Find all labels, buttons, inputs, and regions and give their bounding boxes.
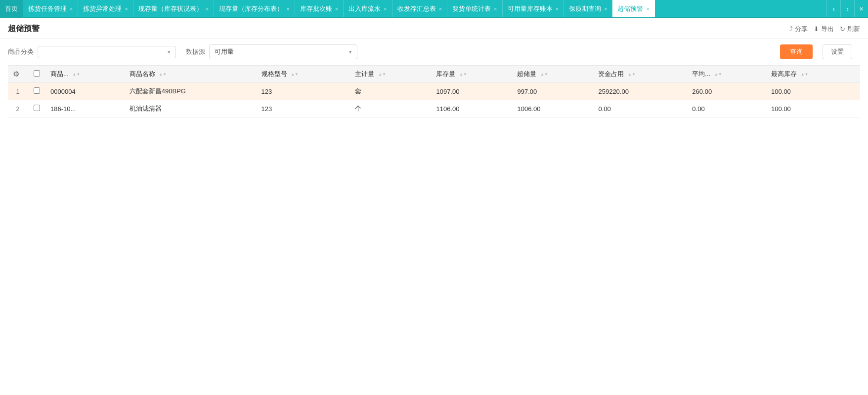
- nav-item-task-close[interactable]: ×: [70, 6, 73, 12]
- sort-avg-icon: ▲▼: [714, 73, 722, 77]
- col-header-product-name[interactable]: 商品名称 ▲▼: [125, 66, 257, 83]
- col-header-inventory-label: 库存量: [436, 70, 455, 78]
- nav-item-exception[interactable]: 拣货异常处理 ×: [78, 0, 133, 17]
- datasource-chevron-icon: ▾: [349, 49, 352, 55]
- datasource-label: 数据源: [186, 47, 205, 56]
- datasource-filter: 数据源 可用量 ▾: [186, 44, 357, 59]
- category-select[interactable]: ▾: [38, 46, 176, 58]
- row-capital-1: 0.00: [593, 100, 687, 118]
- gear-icon[interactable]: ⚙: [13, 70, 19, 78]
- sort-max-inventory-icon: ▲▼: [801, 73, 809, 77]
- nav-next-arrow[interactable]: ›: [840, 0, 854, 17]
- row-check-0[interactable]: [34, 87, 40, 94]
- row-max-inventory-1: 100.00: [766, 100, 860, 118]
- nav-item-flow-label: 出入库流水: [348, 4, 381, 13]
- col-header-overstock-label: 超储量: [517, 70, 536, 78]
- nav-item-batch[interactable]: 库存批次账 ×: [295, 0, 344, 17]
- refresh-label: 刷新: [847, 25, 860, 34]
- refresh-button[interactable]: ↻ 刷新: [840, 25, 860, 34]
- sort-product-name-icon: ▲▼: [159, 73, 167, 77]
- nav-item-task-label: 拣货任务管理: [28, 4, 67, 13]
- col-header-avg[interactable]: 平均... ▲▼: [687, 66, 766, 83]
- row-spec-0: 123: [257, 83, 350, 100]
- col-header-product-name-label: 商品名称: [130, 70, 155, 78]
- row-capital-0: 259220.00: [593, 83, 687, 100]
- col-header-product-code[interactable]: 商品... ▲▼: [45, 66, 125, 83]
- col-header-unit-label: 主计量: [355, 70, 374, 78]
- sort-product-code-icon: ▲▼: [72, 73, 80, 77]
- col-header-unit[interactable]: 主计量 ▲▼: [350, 66, 431, 83]
- nav-item-expiry-close[interactable]: ×: [604, 6, 607, 12]
- col-header-checkbox: [28, 66, 45, 83]
- nav-item-exception-close[interactable]: ×: [125, 6, 128, 12]
- row-check-1[interactable]: [34, 105, 40, 111]
- nav-item-summary[interactable]: 收发存汇总表 ×: [392, 0, 447, 17]
- settings-button[interactable]: 设置: [823, 44, 852, 59]
- nav-item-home[interactable]: 首页: [0, 0, 23, 17]
- data-table: ⚙ 商品... ▲▼ 商品名称 ▲▼ 规格型号 ▲▼: [8, 65, 860, 118]
- top-nav: 首页 拣货任务管理 × 拣货异常处理 × 现存量（库存状况表） × 现存量（库存…: [0, 0, 868, 18]
- nav-item-demand[interactable]: 要货单统计表 ×: [447, 0, 502, 17]
- nav-item-task[interactable]: 拣货任务管理 ×: [23, 0, 78, 17]
- nav-item-expiry-label: 保质期查询: [569, 4, 601, 13]
- nav-prev-arrow[interactable]: ‹: [826, 0, 840, 17]
- nav-item-overstock[interactable]: 超储预警 ×: [612, 0, 654, 17]
- nav-item-flow-close[interactable]: ×: [384, 6, 387, 12]
- nav-item-available[interactable]: 可用量库存账本 ×: [503, 0, 564, 17]
- row-avg-0: 260.00: [687, 83, 766, 100]
- nav-item-exception-label: 拣货异常处理: [83, 4, 122, 13]
- nav-item-flow[interactable]: 出入库流水 ×: [344, 0, 392, 17]
- row-checkbox-1[interactable]: [28, 100, 45, 118]
- nav-item-inventory-status[interactable]: 现存量（库存状况表） ×: [133, 0, 214, 17]
- category-label: 商品分类: [8, 47, 34, 56]
- page-content: 超储预警 ⤴ 分享 ⬇ 导出 ↻ 刷新 商品分类 ▾ 数据源: [0, 18, 868, 395]
- row-avg-1: 0.00: [687, 100, 766, 118]
- nav-item-batch-close[interactable]: ×: [335, 6, 338, 12]
- sort-unit-icon: ▲▼: [378, 73, 386, 77]
- nav-item-summary-label: 收发存汇总表: [397, 4, 436, 13]
- nav-item-inventory-dist-close[interactable]: ×: [286, 6, 289, 12]
- export-button[interactable]: ⬇ 导出: [814, 25, 834, 34]
- nav-close-arrow[interactable]: ×: [854, 0, 868, 17]
- col-header-avg-label: 平均...: [692, 70, 710, 78]
- category-chevron-icon: ▾: [168, 49, 171, 55]
- nav-item-home-label: 首页: [5, 4, 18, 13]
- sort-inventory-icon: ▲▼: [459, 73, 467, 77]
- col-header-inventory[interactable]: 库存量 ▲▼: [431, 66, 512, 83]
- col-header-spec[interactable]: 规格型号 ▲▼: [257, 66, 350, 83]
- table-row: 1 0000004 六配套新昌490BPG 123 套 1097.00 997.…: [8, 83, 860, 100]
- row-product-name-0: 六配套新昌490BPG: [125, 83, 257, 100]
- col-header-spec-label: 规格型号: [261, 70, 287, 78]
- sort-spec-icon: ▲▼: [291, 73, 299, 77]
- share-label: 分享: [795, 25, 808, 34]
- nav-item-summary-close[interactable]: ×: [439, 6, 442, 12]
- col-header-capital[interactable]: 资金占用 ▲▼: [593, 66, 687, 83]
- refresh-icon: ↻: [840, 25, 845, 33]
- col-header-overstock[interactable]: 超储量 ▲▼: [512, 66, 593, 83]
- row-inventory-1: 1106.00: [431, 100, 512, 118]
- nav-item-demand-close[interactable]: ×: [494, 6, 497, 12]
- nav-item-batch-label: 库存批次账: [300, 4, 332, 13]
- row-max-inventory-0: 100.00: [766, 83, 860, 100]
- nav-item-inventory-dist[interactable]: 现存量（库存分布表） ×: [214, 0, 295, 17]
- row-unit-1: 个: [350, 100, 431, 118]
- nav-item-inventory-status-close[interactable]: ×: [206, 6, 209, 12]
- row-product-code-0: 0000004: [45, 83, 125, 100]
- col-header-max-inventory-label: 最高库存: [771, 70, 797, 78]
- nav-item-available-close[interactable]: ×: [556, 6, 559, 12]
- share-button[interactable]: ⤴ 分享: [789, 25, 808, 34]
- row-checkbox-0[interactable]: [28, 83, 45, 100]
- datasource-select[interactable]: 可用量 ▾: [209, 44, 357, 59]
- nav-item-overstock-close[interactable]: ×: [646, 6, 649, 12]
- query-button[interactable]: 查询: [780, 44, 813, 59]
- nav-arrows: ‹ › ×: [826, 0, 868, 17]
- row-overstock-0: 997.00: [512, 83, 593, 100]
- select-all-checkbox[interactable]: [34, 70, 40, 77]
- col-header-max-inventory[interactable]: 最高库存 ▲▼: [766, 66, 860, 83]
- nav-item-expiry[interactable]: 保质期查询 ×: [564, 0, 612, 17]
- col-header-product-code-label: 商品...: [50, 70, 69, 78]
- category-filter: 商品分类 ▾: [8, 46, 176, 58]
- nav-item-demand-label: 要货单统计表: [452, 4, 491, 13]
- table-row: 2 186-10... 机油滤清器 123 个 1106.00 1006.00 …: [8, 100, 860, 118]
- row-inventory-0: 1097.00: [431, 83, 512, 100]
